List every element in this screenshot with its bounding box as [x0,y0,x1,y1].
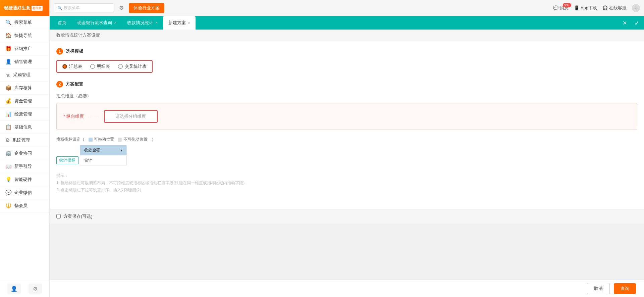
radio-summary[interactable] [62,64,67,69]
sidebar-item-search-menu[interactable]: 🔍 搜索菜单 [0,16,49,29]
settings-icon[interactable]: ⚙ [117,3,126,13]
sidebar-item-label: 采购管理 [13,72,31,78]
tab-collection-stat-close[interactable]: × [155,20,158,25]
sidebar-item-inventory[interactable]: 📦 库存核算 [0,82,49,95]
tab-collection-stat[interactable]: 收款情况统计 × [122,16,163,30]
option-detail-label: 明细表 [97,63,110,69]
list-icon: 📋 [5,124,12,130]
save-checkbox[interactable] [56,214,61,218]
sidebar-item-smart-hw[interactable]: 💡 智能硬件 [0,173,49,186]
sidebar-item-guide[interactable]: 📖 新手引导 [0,160,49,173]
sidebar-item-finance[interactable]: 💰 资金管理 [0,95,49,108]
sidebar-item-wechat[interactable]: 💬 企业微信 [0,186,49,199]
sidebar-item-member[interactable]: 🔱 畅会员 [0,199,49,212]
tabbar: 首页 现金银行流水查询 × 收款情况统计 × 新建方案 × ✕ ⤢ [50,16,644,30]
dropdown-icon[interactable]: ▾ [120,148,122,153]
industry-btn[interactable]: 体验行业方案 [129,3,164,13]
metric-section: 模板指标设定（ 可拖动位置 不可拖动位置 ） 统计指标 [56,137,637,167]
metric-column-header[interactable]: 收款金额 ▾ [80,145,126,155]
sidebar-bottom-user[interactable]: 👤 [7,284,21,294]
sidebar-item-purchase[interactable]: 🛍 采购管理 [0,68,49,82]
tab-new-plan-label: 新建方案 [168,20,186,26]
sidebar-item-operations[interactable]: 📊 经营管理 [0,108,49,121]
dimension-select[interactable]: 请选择分组维度 [104,110,158,123]
legend-gray-dot [118,138,122,142]
step2-section: 2 方案配置 汇总维度（必选） 纵向维度 —— 请选择分组维度 [56,81,637,194]
sidebar-item-label: 企业微信 [14,190,32,196]
sidebar-item-label: 库存核算 [14,85,32,91]
notification-item[interactable]: 💬 消息 99+ [553,5,569,11]
tip1-text: 1. 拖动标题栏可以调整布局，不可跨维度或指标区域拖动栏目字段(只能在同一维度或… [56,180,245,187]
money-icon: 💰 [5,98,12,104]
radio-cross[interactable] [118,64,123,69]
legend-fixed-label: 不可拖动位置 [123,137,148,142]
option-cross-label: 交叉统计表 [125,63,147,69]
tab-collection-stat-label: 收款情况统计 [127,20,153,26]
metric-setting-label: 模板指标设定（ [56,137,85,142]
option-summary-label: 汇总表 [69,63,82,69]
sidebar-bottom: 👤 ⚙ [0,280,49,297]
row-dimension-label: 纵向维度 [63,113,84,119]
step2-number: 2 [56,81,63,88]
sidebar-item-label: 智能硬件 [14,177,32,183]
sidebar-item-system[interactable]: ⚙ 系统管理 [0,134,49,147]
tip2: 2. 点击标题栏下拉可设置排序、插入列和删除列 [56,187,637,194]
gear-icon: ⚙ [5,137,10,143]
tab-bank-flow-label: 现金银行流水查询 [77,20,112,26]
sidebar-item-sales[interactable]: 👤 销售管理 [0,55,49,68]
dimension-placeholder: 请选择分组维度 [115,114,146,119]
sidebar-item-label: 新手引导 [14,163,32,169]
save-option-label[interactable]: 方案保存(可选) [63,213,93,219]
tab-bank-flow[interactable]: 现金银行流水查询 × [72,16,122,30]
topbar-left: 🔍 搜索菜单 ⚙ 体验行业方案 [54,3,164,13]
query-button[interactable]: 查询 [614,283,636,294]
step1-header: 1 选择模板 [56,48,637,55]
option-summary[interactable]: 汇总表 [62,63,82,69]
metric-table: 收款金额 ▾ 合计 [80,145,127,165]
sidebar-item-label: 销售管理 [14,59,32,65]
metric-row-total: 合计 [80,155,126,165]
logo-text: 畅捷通好生意 [4,5,30,11]
headset-icon: 🎧 [602,5,608,10]
message-icon: 💬 [553,5,558,10]
dimension-section-label: 汇总维度（必选） [56,93,637,99]
download-label: App下载 [581,5,597,11]
metric-title: 统计指标 [56,156,78,164]
sidebar-item-marketing[interactable]: 🎁 营销推广 [0,42,49,55]
service-item[interactable]: 🎧 在线客服 [602,5,627,11]
bottom-bar: 取消 查询 [50,280,644,297]
sidebar-item-quick-nav[interactable]: 🏠 快捷导航 [0,29,49,42]
app-logo: 畅捷通好生意 标准版 [0,0,49,16]
download-icon: 📱 [574,5,579,10]
tab-close-all-btn[interactable]: ✕ [620,18,629,28]
sidebar-bottom-settings[interactable]: ⚙ [29,284,42,294]
member-icon: 🔱 [5,203,12,209]
app-download-item[interactable]: 📱 App下载 [574,5,597,11]
legend-blue-dot [89,138,93,142]
search-icon: 🔍 [57,6,62,10]
cancel-button[interactable]: 取消 [587,283,610,294]
tips-prefix: 提示： [56,173,68,178]
sidebar-item-basic-info[interactable]: 📋 基础信息 [0,121,49,134]
content-area: 收款情况统计方案设置 1 选择模板 汇总表 明细表 [50,30,644,297]
tab-expand-btn[interactable]: ⤢ [632,18,641,28]
step1-section: 1 选择模板 汇总表 明细表 交叉统计表 [56,48,637,73]
topbar-right: 💬 消息 99+ 📱 App下载 🎧 在线客服 U [553,4,640,12]
option-detail[interactable]: 明细表 [90,63,110,69]
tab-home-label: 首页 [58,20,66,26]
search-box[interactable]: 🔍 搜索菜单 [54,3,114,12]
tab-new-plan-close[interactable]: × [188,20,190,25]
option-cross[interactable]: 交叉统计表 [118,63,147,69]
chat-icon: 💬 [5,190,12,196]
sidebar-item-label: 营销推广 [14,46,32,52]
radio-detail[interactable] [90,64,95,69]
tab-new-plan[interactable]: 新建方案 × [163,16,196,30]
user-avatar[interactable]: U [632,4,640,12]
legend-fixed: 不可拖动位置 [118,137,148,142]
tab-bank-flow-close[interactable]: × [114,20,116,25]
dimension-area: 纵向维度 —— 请选择分组维度 [56,103,637,130]
arrow: —— [89,114,99,119]
tab-home[interactable]: 首页 [52,16,72,30]
step2-title: 方案配置 [66,81,83,87]
sidebar-item-enterprise[interactable]: 🏢 企业协同 [0,147,49,160]
